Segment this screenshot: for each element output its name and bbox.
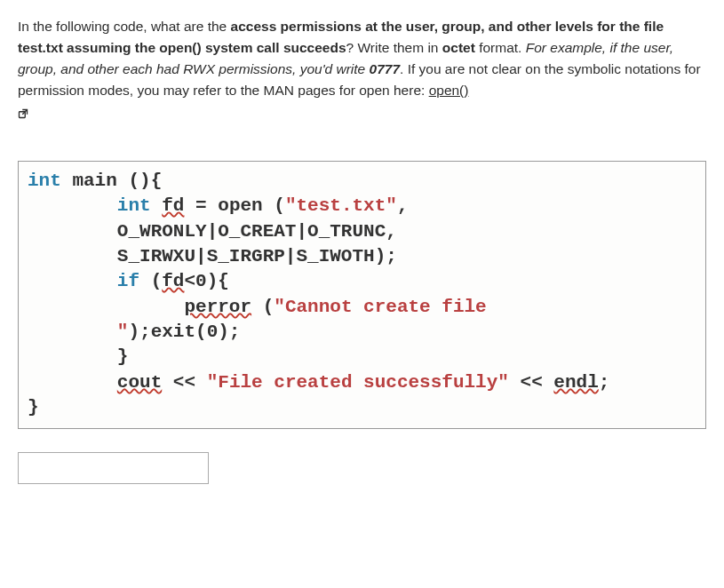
code-text: } [117,346,129,367]
question-text-bold: octet [442,40,475,55]
code-text: ( [139,271,162,291]
code-keyword: int [28,171,61,191]
code-ident-squiggle: cout [117,372,162,393]
code-ident-squiggle: perror [184,297,251,317]
code-string: "File created successfully" [207,372,509,393]
code-number: 0 [207,322,219,342]
code-text: } [28,397,39,417]
code-text: << [162,372,206,393]
code-string: "Cannot create file [274,297,486,317]
question-text-part: format. [475,40,526,55]
question-prompt: In the following code, what are the acce… [18,16,706,125]
code-text: main (){ [61,171,162,191]
code-text: ); [218,322,240,342]
code-text: ; [599,372,610,393]
question-text-part: In the following code, what are the [18,19,231,34]
question-text-part: ? Write them in [346,40,442,55]
code-string: " [117,322,129,342]
code-keyword: int [117,195,151,216]
code-const: S_IRWXU|S_IRGRP|S_IWOTH); [117,246,397,266]
code-ident-squiggle: fd [162,195,184,216]
code-number: 0 [195,271,207,291]
code-const: O_WRONLY|O_CREAT|O_TRUNC, [117,221,397,242]
code-text: ( [251,297,274,317]
code-keyword: if [117,271,139,291]
code-text: = open ( [184,195,284,216]
answer-input[interactable] [18,452,209,484]
code-text: );exit( [128,322,206,342]
code-ident-squiggle: endl [553,372,598,393]
open-man-link[interactable]: open() [429,83,469,98]
code-text: , [397,195,409,216]
code-text: < [184,271,195,291]
code-text: ){ [207,271,229,291]
code-text: << [509,372,553,393]
code-ident-squiggle: fd [162,271,184,291]
code-string: "test.txt" [285,195,397,216]
code-block: int main (){ int fd = open ("test.txt", … [18,161,706,428]
external-link-icon [18,107,28,124]
question-text-bolditalic: 0777 [370,61,400,76]
